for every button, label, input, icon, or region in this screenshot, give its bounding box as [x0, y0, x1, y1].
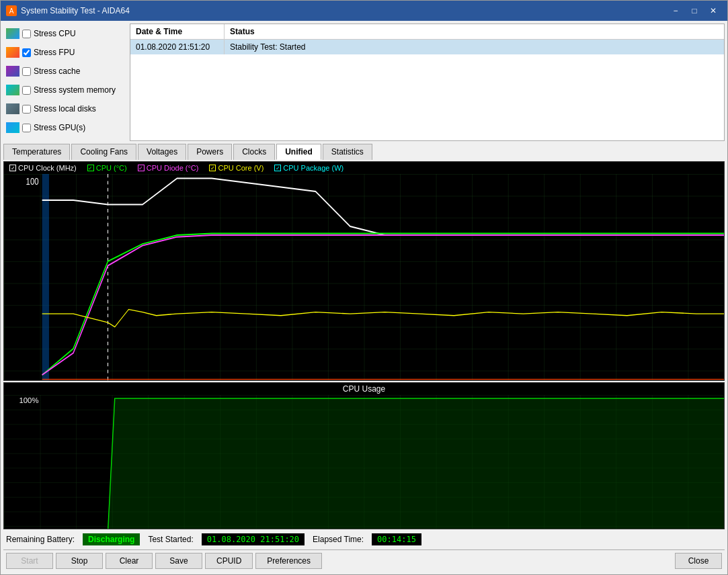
tab-cooling[interactable]: Cooling Fans [71, 144, 136, 160]
log-datetime: 01.08.2020 21:51:20 [130, 40, 225, 54]
tabs-bar: Temperatures Cooling Fans Voltages Power… [3, 144, 725, 160]
stress-cache-item: Stress cache [6, 64, 122, 79]
tab-temperatures[interactable]: Temperatures [3, 144, 70, 160]
tab-powers[interactable]: Powers [188, 144, 232, 160]
title-bar: A System Stability Test - AIDA64 − □ ✕ [1, 1, 727, 21]
svg-rect-5 [42, 174, 49, 381]
tab-clocks[interactable]: Clocks [233, 144, 275, 160]
legend-cpu-diode-check[interactable]: ✓ [138, 165, 145, 171]
gpu-stress-icon [6, 122, 19, 133]
top-chart-svg: 100 0 21:51:20 [4, 174, 724, 381]
bottom-chart-svg: 100% 0% 100% [4, 395, 724, 529]
stress-fpu-checkbox[interactable] [22, 48, 31, 57]
cpu-stress-icon [6, 28, 19, 39]
stress-cpu-checkbox[interactable] [22, 30, 31, 38]
log-status: Stability Test: Started [225, 40, 311, 54]
save-button[interactable]: Save [155, 553, 202, 569]
log-row: 01.08.2020 21:51:20 Stability Test: Star… [130, 40, 724, 54]
legend-cpu-diode-label: CPU Diode (°C) [147, 164, 199, 172]
log-status-header: Status [225, 24, 260, 39]
stress-cache-label: Stress cache [34, 67, 80, 76]
svg-text:0: 0 [34, 379, 38, 381]
cpuid-button[interactable]: CPUID [205, 553, 253, 569]
elapsed-label: Elapsed Time: [313, 535, 364, 544]
maximize-button[interactable]: □ [686, 3, 703, 18]
disk-stress-icon [6, 103, 19, 114]
window-controls: − □ ✕ [667, 3, 722, 18]
stress-disk-label: Stress local disks [34, 104, 96, 114]
unified-chart: ✓ CPU Clock (MHz) ✓ CPU (°C) ✓ CPU Diode… [3, 161, 725, 381]
test-started-label: Test Started: [148, 535, 193, 544]
close-window-button[interactable]: ✕ [704, 3, 722, 18]
clear-button[interactable]: Clear [106, 553, 153, 569]
right-buttons: Close [675, 553, 722, 569]
legend-cpu-temp-check[interactable]: ✓ [87, 165, 94, 171]
fpu-stress-icon [6, 47, 19, 58]
legend-cpu-diode: ✓ CPU Diode (°C) [138, 164, 199, 172]
start-button[interactable]: Start [6, 553, 53, 569]
legend-cpu-temp: ✓ CPU (°C) [87, 164, 127, 172]
window-title: System Stability Test - AIDA64 [21, 6, 667, 15]
memory-stress-icon [6, 85, 19, 95]
legend-cpu-core-check[interactable]: ✓ [209, 165, 216, 171]
legend-cpu-clock-check[interactable]: ✓ [9, 165, 16, 171]
log-area: Date & Time Status 01.08.2020 21:51:20 S… [130, 24, 725, 141]
minimize-button[interactable]: − [667, 3, 684, 18]
legend-cpu-clock-label: CPU Clock (MHz) [18, 164, 77, 172]
battery-status-value: Discharging [83, 533, 140, 545]
status-bar: Remaining Battery: Discharging Test Star… [3, 529, 725, 549]
stop-button[interactable]: Stop [56, 553, 103, 569]
svg-marker-14 [42, 398, 724, 529]
legend-cpu-core-label: CPU Core (V) [218, 164, 264, 172]
stress-disk-item: Stress local disks [6, 101, 122, 116]
stress-fpu-label: Stress FPU [34, 48, 75, 57]
stress-options-panel: Stress CPU Stress FPU Stress cache Stres… [3, 24, 124, 141]
tab-statistics[interactable]: Statistics [323, 144, 372, 160]
legend-cpu-core-v: ✓ CPU Core (V) [209, 164, 264, 172]
left-buttons: Start Stop Clear Save CPUID Preferences [6, 553, 322, 569]
stress-memory-label: Stress system memory [34, 85, 116, 95]
app-icon: A [6, 5, 17, 16]
stress-gpu-label: Stress GPU(s) [34, 123, 85, 132]
chart-legend: ✓ CPU Clock (MHz) ✓ CPU (°C) ✓ CPU Diode… [4, 162, 724, 174]
preferences-button[interactable]: Preferences [255, 553, 322, 569]
stress-gpu-checkbox[interactable] [22, 124, 31, 132]
content-area: Stress CPU Stress FPU Stress cache Stres… [1, 21, 727, 574]
battery-label: Remaining Battery: [6, 535, 75, 544]
svg-text:100%: 100% [19, 397, 39, 405]
main-window: A System Stability Test - AIDA64 − □ ✕ S… [0, 0, 728, 575]
log-header: Date & Time Status [130, 24, 724, 40]
stress-memory-checkbox[interactable] [22, 86, 31, 95]
legend-cpu-clock: ✓ CPU Clock (MHz) [9, 164, 77, 172]
stress-cache-checkbox[interactable] [22, 67, 31, 76]
stress-disk-checkbox[interactable] [22, 105, 31, 114]
legend-cpu-temp-label: CPU (°C) [96, 164, 127, 172]
tab-unified[interactable]: Unified [276, 144, 321, 160]
cache-stress-icon [6, 66, 19, 77]
cpu-usage-title: CPU Usage [4, 383, 724, 395]
log-date-header: Date & Time [130, 24, 225, 39]
stress-cpu-item: Stress CPU [6, 26, 122, 41]
stress-cpu-label: Stress CPU [34, 29, 76, 38]
close-button[interactable]: Close [675, 553, 722, 569]
test-started-value: 01.08.2020 21:51:20 [202, 533, 305, 545]
charts-area: ✓ CPU Clock (MHz) ✓ CPU (°C) ✓ CPU Diode… [3, 161, 725, 529]
legend-cpu-package-check[interactable]: ✓ [274, 165, 281, 171]
stress-gpu-item: Stress GPU(s) [6, 120, 122, 135]
stress-memory-item: Stress system memory [6, 83, 122, 97]
tab-voltages[interactable]: Voltages [138, 144, 186, 160]
stress-fpu-item: Stress FPU [6, 45, 122, 60]
svg-text:100: 100 [26, 175, 39, 187]
legend-cpu-package-label: CPU Package (W) [283, 164, 343, 172]
legend-cpu-package: ✓ CPU Package (W) [274, 164, 343, 172]
elapsed-value: 00:14:15 [372, 533, 421, 545]
cpu-usage-chart: CPU Usage 100% 0% [3, 382, 725, 529]
top-section: Stress CPU Stress FPU Stress cache Stres… [3, 24, 725, 141]
button-bar: Start Stop Clear Save CPUID Preferences … [3, 549, 725, 572]
